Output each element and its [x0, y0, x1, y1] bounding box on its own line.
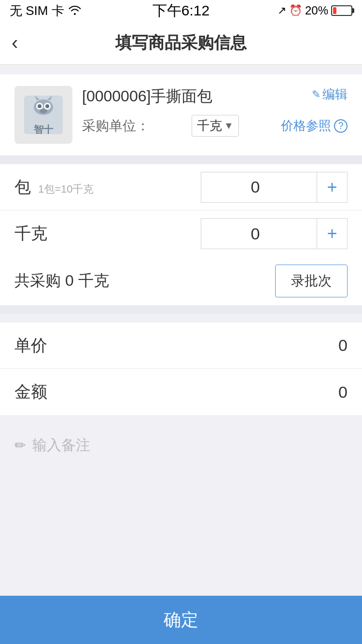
notes-placeholder: 输入备注 [32, 435, 90, 455]
wifi-icon [68, 3, 82, 18]
status-bar-time: 下午6:12 [153, 1, 209, 21]
product-name: [0000006]手撕面包 [82, 86, 212, 107]
section-divider-1 [0, 155, 362, 164]
kg-input-right: + [201, 218, 348, 249]
confirm-button[interactable]: 确定 [0, 596, 362, 644]
unit-price-value: 0 [338, 336, 348, 355]
unit-label: 采购单位： [82, 117, 150, 135]
status-bar-right: ↗ ⏰ 20% [278, 4, 352, 17]
chevron-down-icon: ▼ [224, 120, 234, 131]
carrier-text: 无 SIM 卡 [10, 2, 64, 19]
bao-label: 包 [14, 178, 31, 196]
svg-point-3 [38, 104, 42, 108]
unit-value: 千克 [197, 117, 222, 134]
kg-input-row: 千克 + [0, 210, 362, 257]
unit-select[interactable]: 千克 ▼ [192, 115, 239, 137]
amount-label: 金额 [14, 381, 47, 403]
status-bar-left: 无 SIM 卡 [10, 2, 82, 19]
unit-price-row: 单价 0 [0, 322, 362, 369]
bao-number-input[interactable] [201, 172, 317, 203]
location-icon: ↗ [278, 4, 286, 17]
svg-marker-7 [35, 96, 40, 100]
unit-price-label: 单价 [14, 335, 47, 357]
price-ref-label: 价格参照 [281, 117, 331, 134]
summary-row: 共采购 0 千克 录批次 [0, 257, 362, 305]
battery-indicator [331, 5, 352, 16]
help-icon: ? [334, 119, 348, 133]
svg-point-4 [45, 104, 49, 108]
section-divider-2 [0, 305, 362, 314]
kg-label: 千克 [14, 223, 47, 245]
notes-section[interactable]: ✏ 输入备注 [0, 424, 362, 467]
confirm-label: 确定 [164, 608, 198, 632]
bao-sub-label: 1包=10千克 [38, 183, 94, 195]
price-section: 单价 0 金额 0 [0, 322, 362, 415]
product-logo-icon [30, 94, 57, 121]
pencil-icon: ✏ [14, 437, 26, 453]
price-ref-button[interactable]: 价格参照 ? [281, 117, 348, 134]
content-area [0, 467, 362, 612]
nav-bar: ‹ 填写商品采购信息 [0, 21, 362, 65]
product-image: 智十 [14, 86, 72, 144]
product-info: [0000006]手撕面包 ✎ 编辑 采购单位： 千克 ▼ 价格参照 ? [82, 86, 348, 137]
status-bar: 无 SIM 卡 下午6:12 ↗ ⏰ 20% [0, 0, 362, 21]
batch-button[interactable]: 录批次 [275, 265, 348, 297]
svg-marker-8 [47, 96, 52, 100]
bao-input-right: + [201, 172, 348, 203]
battery-percent: 20% [305, 4, 328, 17]
page-title: 填写商品采购信息 [115, 32, 247, 54]
amount-row: 金额 0 [0, 369, 362, 415]
bao-label-group: 包 1包=10千克 [14, 176, 94, 198]
edit-icon: ✎ [312, 88, 320, 101]
amount-value: 0 [338, 383, 348, 402]
alarm-icon: ⏰ [289, 4, 302, 17]
summary-total-text: 共采购 0 千克 [14, 270, 109, 292]
edit-button[interactable]: ✎ 编辑 [312, 86, 348, 103]
bao-plus-button[interactable]: + [317, 172, 348, 203]
product-image-label: 智十 [34, 123, 53, 136]
back-button[interactable]: ‹ [12, 32, 18, 54]
product-card: 智十 [0000006]手撕面包 ✎ 编辑 采购单位： 千克 ▼ 价格参照 ? [0, 74, 362, 155]
kg-number-input[interactable] [201, 218, 317, 249]
kg-plus-button[interactable]: + [317, 218, 348, 249]
bao-input-row: 包 1包=10千克 + [0, 164, 362, 210]
input-section: 包 1包=10千克 + 千克 + [0, 164, 362, 257]
